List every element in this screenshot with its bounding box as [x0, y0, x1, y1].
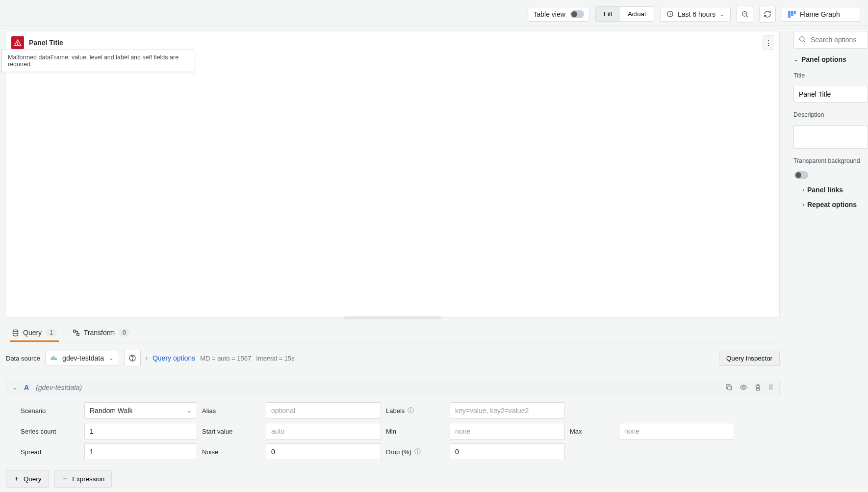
chevron-down-icon: ⌄: [109, 355, 114, 362]
drop-label: Drop (%) ⓘ: [386, 447, 445, 456]
add-expression-label: Expression: [72, 475, 104, 483]
transparent-bg-label: Transparent background: [793, 157, 868, 164]
max-input[interactable]: [619, 423, 734, 440]
spread-label: Spread: [21, 448, 79, 456]
options-search: [793, 31, 868, 49]
query-row-header[interactable]: ⌄ A (gdev-testdata) ⠿: [6, 380, 780, 395]
tab-query[interactable]: Query 1: [10, 325, 59, 342]
refresh-button[interactable]: [759, 6, 776, 23]
query-src-name: (gdev-testdata): [36, 384, 82, 391]
duplicate-query-button[interactable]: [725, 384, 733, 391]
noise-input[interactable]: [266, 443, 381, 460]
visualization-picker[interactable]: Flame Graph: [782, 7, 860, 22]
panel-preview: Panel Title ⋮ Malformed dataFrame: value…: [6, 31, 780, 318]
zoom-out-button[interactable]: [737, 6, 753, 23]
spread-input[interactable]: [84, 443, 197, 460]
query-inspector-button[interactable]: Query inspector: [719, 351, 780, 366]
scenario-value: Random Walk: [90, 407, 132, 414]
visualization-label: Flame Graph: [800, 10, 840, 18]
scenario-label: Scenario: [21, 407, 79, 414]
svg-point-2: [17, 44, 18, 45]
series-count-label: Series count: [21, 428, 79, 435]
title-label: Title: [793, 72, 868, 79]
tab-transform[interactable]: Transform 0: [71, 325, 132, 342]
chevron-down-icon: ⌄: [719, 11, 724, 18]
flame-graph-icon: [788, 11, 796, 18]
description-input[interactable]: [793, 125, 868, 149]
tab-transform-label: Transform: [84, 329, 115, 337]
panel-options-section[interactable]: ⌄ Panel options: [793, 55, 868, 63]
datasource-help-button[interactable]: [124, 350, 141, 366]
chevron-down-icon: ⌄: [12, 384, 17, 391]
bottom-tabs: Query 1 Transform 0: [6, 324, 780, 343]
toggle-visibility-button[interactable]: [740, 384, 747, 391]
alias-input[interactable]: [266, 402, 381, 419]
panel-links-label: Panel links: [807, 186, 843, 194]
labels-input[interactable]: [450, 402, 565, 419]
chevron-down-icon: ⌄: [187, 407, 192, 414]
query-options-link[interactable]: Query options: [153, 354, 195, 362]
vertical-resize-handle[interactable]: [344, 316, 442, 319]
panel-menu-button[interactable]: ⋮: [763, 35, 774, 50]
info-icon[interactable]: ⓘ: [414, 447, 421, 456]
tab-query-count: 1: [46, 329, 57, 337]
fill-button[interactable]: Fill: [596, 7, 620, 21]
datasource-row: Data source gdev-testdata ⌄ › Query opti…: [6, 349, 780, 367]
switch-icon: [570, 10, 584, 18]
repeat-options-label: Repeat options: [807, 201, 857, 208]
actual-button[interactable]: Actual: [620, 7, 654, 21]
min-label: Min: [386, 428, 445, 435]
time-range-label: Last 6 hours: [678, 10, 715, 18]
transform-icon: [73, 329, 80, 337]
options-sidebar: ⌄ Panel options Title Description Transp…: [790, 31, 868, 492]
plus-icon: ＋: [62, 474, 68, 483]
transparent-bg-toggle[interactable]: [794, 171, 808, 179]
chevron-right-icon: ›: [802, 201, 804, 208]
noise-label: Noise: [202, 448, 261, 456]
title-input[interactable]: [793, 86, 868, 103]
svg-point-3: [13, 330, 18, 332]
labels-label: Labels ⓘ: [386, 406, 445, 415]
query-ref-id: A: [24, 384, 29, 391]
delete-query-button[interactable]: [754, 384, 762, 391]
chevron-down-icon: ⌄: [793, 56, 798, 63]
drag-handle-icon[interactable]: ⠿: [768, 384, 773, 391]
add-expression-button[interactable]: ＋ Expression: [54, 470, 112, 488]
svg-point-10: [800, 37, 804, 41]
chevron-right-icon: ›: [802, 186, 804, 193]
alias-label: Alias: [202, 407, 261, 414]
min-input[interactable]: [450, 423, 565, 440]
add-query-button[interactable]: ＋ Query: [6, 470, 49, 488]
start-value-label: Start value: [202, 428, 261, 435]
panel-links-section[interactable]: › Panel links: [793, 186, 868, 194]
plus-icon: ＋: [13, 474, 20, 483]
chevron-right-icon[interactable]: ›: [146, 355, 148, 362]
fill-actual-segmented: Fill Actual: [595, 6, 654, 22]
datasource-logo-icon: [51, 356, 57, 361]
series-count-input[interactable]: [84, 423, 197, 440]
panel-options-label: Panel options: [801, 55, 846, 63]
datasource-name: gdev-testdata: [62, 354, 104, 362]
warning-icon: [11, 36, 24, 49]
interval-meta: Interval = 15s: [256, 355, 294, 362]
info-icon[interactable]: ⓘ: [408, 406, 414, 415]
clock-icon: [666, 10, 674, 18]
svg-rect-5: [77, 333, 79, 335]
database-icon: [12, 329, 19, 337]
scenario-select[interactable]: Random Walk ⌄: [84, 402, 197, 419]
svg-rect-8: [728, 386, 732, 390]
tab-query-label: Query: [23, 329, 42, 337]
start-value-input[interactable]: [266, 423, 381, 440]
description-label: Description: [793, 111, 868, 118]
panel-title: Panel Title: [29, 39, 63, 47]
repeat-options-section[interactable]: › Repeat options: [793, 201, 868, 208]
svg-point-7: [132, 360, 132, 360]
svg-rect-4: [74, 330, 76, 332]
add-query-label: Query: [24, 475, 41, 483]
time-range-picker[interactable]: Last 6 hours ⌄: [660, 7, 731, 22]
error-tooltip: Malformed dataFrame: value, level and la…: [1, 50, 195, 72]
drop-input[interactable]: [450, 443, 565, 460]
table-view-toggle[interactable]: Table view: [528, 7, 589, 22]
datasource-picker[interactable]: gdev-testdata ⌄: [45, 351, 119, 365]
max-label: Max: [570, 428, 614, 435]
